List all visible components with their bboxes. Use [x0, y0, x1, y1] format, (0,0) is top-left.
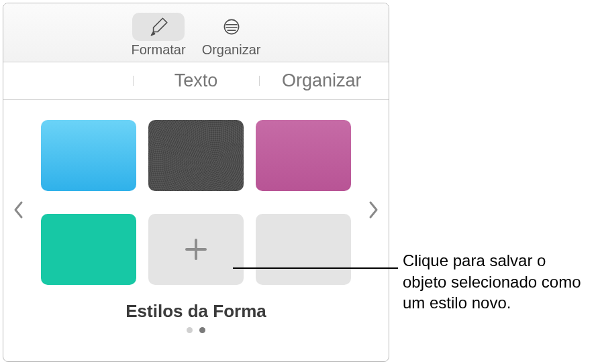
format-toolbar-label: Formatar	[132, 42, 186, 58]
tab-arrange[interactable]: Organizar	[259, 70, 385, 91]
arrange-toolbar-label: Organizar	[202, 42, 261, 58]
page-dot-1[interactable]	[187, 327, 193, 333]
format-toolbar-button[interactable]: Formatar	[132, 13, 186, 58]
arrange-toolbar-button[interactable]: Organizar	[202, 13, 261, 58]
style-swatch-blue[interactable]	[41, 120, 136, 191]
svg-point-0	[224, 19, 238, 34]
tab-text-label: Texto	[175, 70, 218, 90]
page-dot-2[interactable]	[199, 327, 205, 333]
tab-arrange-label: Organizar	[282, 70, 362, 90]
style-swatch-magenta[interactable]	[256, 120, 351, 191]
tab-text[interactable]: Texto	[133, 70, 258, 91]
format-inspector-panel: Formatar Organizar Estilo Texto Organiza…	[3, 3, 389, 362]
styles-prev-button[interactable]	[13, 200, 25, 224]
tab-style[interactable]: Estilo	[7, 70, 133, 91]
callout-text: Clique para salvar o objeto selecionado …	[403, 250, 593, 314]
styles-page-dots	[34, 327, 358, 333]
callout-leader-line	[233, 267, 398, 269]
styles-next-button[interactable]	[367, 200, 379, 224]
shape-styles-grid	[34, 120, 358, 285]
style-swatch-dark-texture[interactable]	[148, 120, 244, 191]
shape-styles-area: Estilos da Forma	[3, 100, 389, 333]
shape-styles-caption: Estilos da Forma	[34, 301, 358, 322]
toolbar: Formatar Organizar	[3, 3, 389, 62]
inspector-tabs: Estilo Texto Organizar	[3, 62, 389, 100]
style-swatch-empty[interactable]	[256, 214, 351, 285]
paintbrush-icon	[132, 13, 185, 41]
style-swatch-teal[interactable]	[41, 214, 136, 285]
tab-style-label: Estilo	[46, 70, 95, 90]
arrange-icon	[205, 13, 258, 41]
plus-icon	[181, 235, 211, 264]
add-style-button[interactable]	[148, 214, 244, 285]
